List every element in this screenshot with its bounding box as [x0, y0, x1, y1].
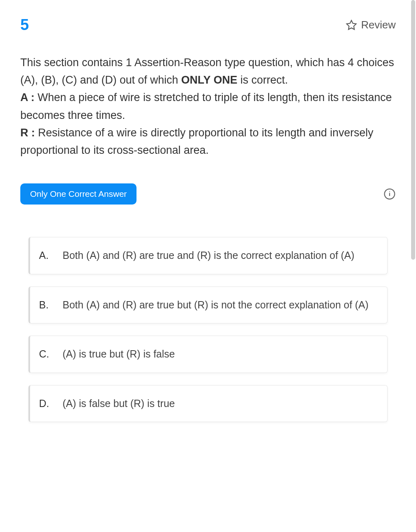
question-number: 5 — [20, 16, 29, 34]
svg-point-3 — [389, 192, 390, 192]
options-list: A. Both (A) and (R) are true and (R) is … — [20, 237, 396, 422]
answer-type-pill: Only One Correct Answer — [20, 183, 136, 205]
review-button[interactable]: Review — [346, 19, 396, 31]
reason-line: R : Resistance of a wire is directly pro… — [20, 124, 396, 159]
scrollbar-thumb[interactable] — [411, 0, 415, 260]
option-letter: D. — [39, 396, 52, 411]
header-row: 5 Review — [20, 16, 396, 34]
question-container: 5 Review This section contains 1 Asserti… — [0, 0, 416, 438]
assertion-label: A : — [20, 91, 35, 103]
option-text: Both (A) and (R) are true but (R) is not… — [63, 297, 377, 313]
option-text: (A) is true but (R) is false — [63, 347, 377, 362]
answer-type-row: Only One Correct Answer — [20, 183, 396, 205]
option-letter: B. — [39, 297, 52, 313]
reason-text: Resistance of a wire is directly proport… — [20, 127, 373, 156]
question-body: This section contains 1 Assertion-Reason… — [20, 54, 396, 159]
option-letter: C. — [39, 347, 52, 362]
review-label: Review — [361, 19, 396, 31]
info-icon[interactable] — [384, 188, 396, 200]
intro-bold: ONLY ONE — [181, 74, 237, 86]
star-icon — [346, 19, 357, 31]
option-a[interactable]: A. Both (A) and (R) are true and (R) is … — [28, 237, 388, 274]
reason-label: R : — [20, 127, 35, 139]
option-letter: A. — [39, 248, 52, 263]
scrollbar-track[interactable] — [410, 0, 416, 260]
assertion-text: When a piece of wire is stretched to tri… — [20, 91, 392, 121]
option-c[interactable]: C. (A) is true but (R) is false — [28, 336, 388, 373]
question-intro: This section contains 1 Assertion-Reason… — [20, 54, 396, 89]
option-text: (A) is false but (R) is true — [63, 396, 377, 411]
intro-text-2: is correct. — [237, 74, 288, 86]
option-text: Both (A) and (R) are true and (R) is the… — [63, 248, 377, 263]
option-d[interactable]: D. (A) is false but (R) is true — [28, 385, 388, 422]
assertion-line: A : When a piece of wire is stretched to… — [20, 89, 396, 124]
svg-marker-0 — [347, 20, 356, 29]
option-b[interactable]: B. Both (A) and (R) are true but (R) is … — [28, 286, 388, 324]
